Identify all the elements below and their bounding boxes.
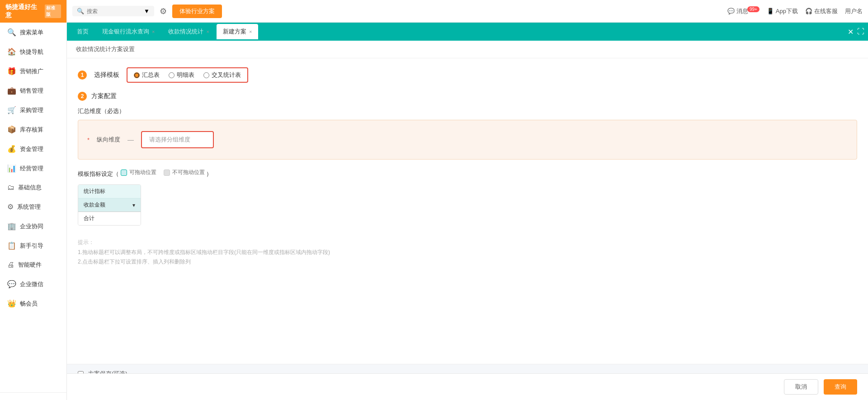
sidebar-item-member[interactable]: 👑畅会员: [0, 294, 66, 313]
search-input[interactable]: [87, 8, 141, 14]
message-label: 消息: [736, 7, 748, 15]
tab-close-1[interactable]: ×: [152, 29, 155, 34]
service-item[interactable]: 🎧 在线客服: [805, 7, 838, 15]
tab-3[interactable]: 新建方案×: [217, 24, 258, 39]
guide-icon: 📋: [7, 241, 16, 250]
trial-button[interactable]: 体验行业方案: [172, 5, 222, 18]
sidebar-logo: 畅捷通好生意 标准版: [0, 0, 66, 23]
step2-label: 方案配置: [91, 92, 117, 100]
dimension-section: 汇总维度（必选） * 纵向维度 — 请选择分组维度: [78, 107, 857, 160]
metric-table-row-total: 合计: [78, 212, 141, 225]
sales-icon: 💼: [7, 86, 16, 95]
query-button[interactable]: 查询: [824, 379, 857, 395]
dimension-area: * 纵向维度 — 请选择分组维度: [78, 120, 857, 160]
sidebar-badge: 标准版: [45, 5, 61, 18]
finance-icon: 💰: [7, 145, 16, 153]
radio-detail[interactable]: 明细表: [169, 71, 194, 79]
metric-header-text: 模板指标设定（: [78, 170, 119, 177]
sidebar-item-label: 资金管理: [20, 145, 43, 153]
metric-header: 模板指标设定（ 可拖动位置 不可拖动位置 ）: [78, 169, 857, 180]
sidebar-item-quick-nav[interactable]: 🏠快捷导航: [0, 42, 66, 61]
search-box[interactable]: 🔍 ▼: [72, 6, 154, 16]
sidebar-item-wechat[interactable]: 💬企业微信: [0, 274, 66, 294]
dropdown-chevron-icon: ▾: [132, 202, 135, 208]
download-icon: 📱: [767, 8, 774, 14]
radio-summary[interactable]: 汇总表: [134, 71, 160, 79]
sidebar-item-label: 营销推广: [20, 67, 43, 75]
inventory-icon: 📦: [7, 125, 16, 134]
search-icon: 🔍: [77, 8, 84, 14]
dimension-select[interactable]: 请选择分组维度: [141, 131, 214, 148]
main-area: 🔍 ▼ ⚙ 体验行业方案 💬 消息 99+ 📱 App下载 🎧 在线客服 用户名…: [67, 0, 868, 400]
save-label[interactable]: 方案保存(可选): [88, 370, 127, 373]
sidebar-item-label: 企业协同: [20, 222, 43, 231]
sidebar-item-finance[interactable]: 💰资金管理: [0, 139, 66, 159]
wechat-icon: 💬: [7, 280, 16, 288]
tabbar: 首页现金银行流水查询×收款情况统计×新建方案× ✕ ⛶: [67, 23, 868, 41]
radio-summary-input[interactable]: [134, 72, 140, 78]
user-name[interactable]: 用户名: [845, 7, 863, 15]
sidebar-item-marketing[interactable]: 🎁营销推广: [0, 61, 66, 81]
sidebar: 畅捷通好生意 标准版 🔍搜索菜单🏠快捷导航🎁营销推广💼销售管理🛒采购管理📦库存核…: [0, 0, 67, 400]
dimension-label: 汇总维度（必选）: [78, 107, 857, 115]
sidebar-item-search-menu[interactable]: 🔍搜索菜单: [0, 23, 66, 42]
message-icon: 💬: [727, 8, 735, 14]
sidebar-item-label: 系统管理: [17, 203, 41, 211]
sidebar-item-basic-info[interactable]: 🗂基础信息: [0, 178, 66, 197]
tips-title: 提示：: [78, 239, 94, 245]
radio-cross-input[interactable]: [203, 72, 209, 78]
step2-badge: 2: [78, 92, 87, 101]
sidebar-item-label: 智能硬件: [18, 261, 42, 269]
tab-2[interactable]: 收款情况统计×: [162, 24, 215, 39]
tabbar-actions: ✕ ⛶: [848, 28, 864, 36]
sidebar-item-label: 快捷导航: [20, 48, 43, 56]
radio-summary-label: 汇总表: [142, 71, 160, 79]
headset-icon: 🎧: [805, 8, 812, 14]
tab-close-3[interactable]: ×: [249, 29, 252, 34]
gear-icon[interactable]: ⚙: [160, 6, 167, 16]
cancel-button[interactable]: 取消: [784, 379, 818, 395]
sidebar-item-label: 新手引导: [20, 242, 43, 250]
marketing-icon: 🎁: [7, 67, 16, 75]
sidebar-item-inventory[interactable]: 📦库存核算: [0, 120, 66, 139]
notification-item[interactable]: 💬 消息 99+: [727, 7, 760, 15]
dropdown-icon: ▼: [144, 8, 150, 14]
sidebar-bottom: [0, 392, 66, 400]
metric-column-name: 收款金额: [84, 201, 105, 209]
sidebar-item-smart-hw[interactable]: 🖨智能硬件: [0, 255, 66, 274]
sidebar-item-system[interactable]: ⚙系统管理: [0, 197, 66, 216]
vertical-dimension-label: 纵向维度: [97, 136, 120, 144]
sidebar-item-enterprise[interactable]: 🏢企业协同: [0, 216, 66, 236]
sidebar-item-label: 库存核算: [20, 126, 43, 134]
step1-label: 选择模板: [94, 71, 119, 79]
smart-hw-icon: 🖨: [7, 261, 14, 269]
sidebar-item-operations[interactable]: 📊经营管理: [0, 159, 66, 178]
system-icon: ⚙: [7, 202, 14, 211]
sidebar-item-sales[interactable]: 💼销售管理: [0, 81, 66, 100]
metric-total-label: 合计: [84, 215, 94, 221]
notification-badge: 99+: [747, 6, 760, 12]
tips-section: 提示： 1.拖动标题栏可以调整布局，不可跨维度或指标区域拖动栏目字段(只能在同一…: [78, 238, 857, 267]
download-item[interactable]: 📱 App下载: [767, 7, 798, 15]
radio-detail-input[interactable]: [169, 72, 175, 78]
tab-1[interactable]: 现金银行流水查询×: [96, 24, 161, 39]
sidebar-item-purchase[interactable]: 🛒采购管理: [0, 100, 66, 120]
metric-section: 模板指标设定（ 可拖动位置 不可拖动位置 ）: [78, 169, 857, 227]
tip-item-2: 2.点击标题栏下拉可设置排序、插入列和删除列: [78, 257, 857, 267]
step2-section: 2 方案配置 汇总维度（必选） * 纵向维度 — 请选择分组维度: [78, 92, 857, 267]
sidebar-item-label: 基础信息: [18, 184, 42, 192]
quick-nav-icon: 🏠: [7, 47, 16, 56]
legend-draggable-label: 可拖动位置: [129, 169, 156, 176]
maximize-icon[interactable]: ⛶: [857, 28, 864, 36]
metric-column-header[interactable]: 收款金额 ▾: [78, 198, 141, 212]
metric-section-header-label: 统计指标: [84, 188, 105, 195]
operations-icon: 📊: [7, 164, 16, 173]
download-label: App下载: [776, 7, 798, 15]
tab-close-2[interactable]: ×: [206, 29, 209, 34]
close-window-icon[interactable]: ✕: [848, 28, 854, 36]
tab-0[interactable]: 首页: [71, 24, 95, 39]
radio-cross[interactable]: 交叉统计表: [203, 71, 241, 79]
service-label: 在线客服: [814, 7, 838, 15]
sidebar-item-guide[interactable]: 📋新手引导: [0, 236, 66, 255]
basic-info-icon: 🗂: [7, 184, 14, 192]
